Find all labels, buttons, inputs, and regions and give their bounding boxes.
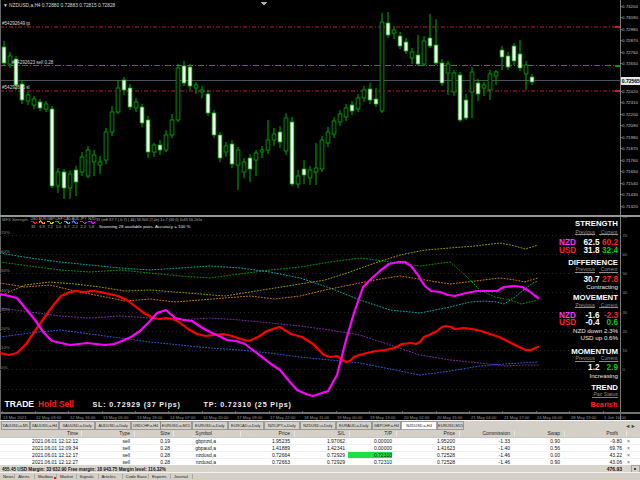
svg-text:-1.33: -1.33 [499, 438, 511, 444]
svg-text:0.72663: 0.72663 [272, 459, 290, 465]
svg-text:XAUUSD,a,H4: XAUUSD,a,H4 [32, 423, 58, 428]
svg-text:10%: 10% [1, 345, 10, 350]
svg-text:19 May 13:00: 19 May 13:00 [370, 415, 396, 420]
svg-text:Alerts: Alerts [18, 474, 29, 479]
svg-text:Time: Time [67, 430, 78, 436]
svg-text:0.71320: 0.71320 [622, 204, 638, 209]
svg-text:#54292649 tp: #54292649 tp [2, 21, 31, 26]
svg-text:455.45 USD Margin: 33 632.90: 455.45 USD Margin: 33 632.90 Free margin… [2, 467, 166, 472]
svg-text:Price: Price [279, 430, 291, 436]
svg-text:EURUSD,M15: EURUSD,M15 [438, 423, 463, 428]
svg-text:Size: Size [160, 430, 170, 436]
svg-text:14 May 20:00: 14 May 20:00 [203, 415, 229, 420]
svg-text:NZDJPY,a,Daily: NZDJPY,a,Daily [268, 423, 296, 428]
svg-text:Commission: Commission [482, 430, 510, 436]
svg-text:▼ NZDUSD,a,H4 0.72880 0.72883: ▼ NZDUSD,a,H4 0.72880 0.72883 0.72815 0.… [3, 3, 116, 8]
svg-text:TP: 0.72310 (25 Pips): TP: 0.72310 (25 Pips) [204, 400, 292, 409]
svg-text:News: News [3, 474, 14, 479]
svg-text:nzdusd,a: nzdusd,a [196, 459, 217, 465]
svg-text:◄►: ◄► [625, 423, 636, 429]
svg-text:USDCHF,a,H4: USDCHF,a,H4 [133, 423, 159, 428]
svg-text:80: 80 [623, 214, 628, 219]
svg-text:2021.06.01 12:09:34: 2021.06.01 12:09:34 [32, 445, 78, 451]
svg-text:50: 50 [623, 271, 628, 276]
svg-text:Previous: Previous [576, 302, 596, 308]
svg-text:0.72420: 0.72420 [622, 89, 638, 94]
svg-text:Previous: Previous [576, 266, 596, 272]
svg-text:Current: Current [601, 266, 618, 272]
svg-text:0.19: 0.19 [160, 438, 170, 444]
svg-text:0.71870: 0.71870 [622, 146, 638, 151]
svg-text:17 May 22:00: 17 May 22:00 [270, 415, 296, 420]
svg-text:13 May 05:00: 13 May 05:00 [103, 415, 129, 420]
svg-text:31.8: 31.8 [584, 246, 600, 255]
svg-text:2021.06.01 12:12:27: 2021.06.01 12:12:27 [32, 459, 78, 465]
svg-text:EURCAD,a,Daily: EURCAD,a,Daily [231, 423, 260, 428]
svg-text:19 May 00:00: 19 May 00:00 [337, 415, 363, 420]
svg-text:Mailbox: Mailbox [38, 474, 54, 479]
svg-text:30%: 30% [1, 307, 10, 312]
svg-text:USD: USD [559, 246, 576, 255]
svg-text:0.72310: 0.72310 [374, 452, 392, 458]
svg-text:GBPCHF,a,H4: GBPCHF,a,H4 [374, 423, 400, 428]
svg-text:Bearish: Bearish [590, 400, 618, 409]
svg-text:Type: Type [119, 430, 130, 436]
svg-text:1.97062: 1.97062 [327, 438, 345, 444]
svg-text:1.41889: 1.41889 [272, 445, 290, 451]
svg-text:40: 40 [623, 290, 628, 295]
svg-text:Increasing: Increasing [589, 372, 618, 379]
svg-text:Profit: Profit [606, 430, 618, 436]
svg-text:EURAUD,a,Daily: EURAUD,a,Daily [339, 423, 368, 428]
svg-text:-1.46: -1.46 [499, 452, 511, 458]
svg-text:2.9: 2.9 [607, 363, 619, 372]
svg-text:1.95200: 1.95200 [437, 438, 455, 444]
svg-text:12 May 16:00: 12 May 16:00 [70, 415, 96, 420]
svg-text:0.72200: 0.72200 [622, 112, 638, 117]
svg-text:30: 30 [623, 310, 628, 315]
svg-text:20 May 15:00: 20 May 15:00 [437, 415, 463, 420]
svg-text:0%: 0% [1, 365, 7, 370]
svg-text:0.28: 0.28 [160, 459, 170, 465]
svg-text:18 May 11:00: 18 May 11:00 [304, 415, 330, 420]
svg-text:40%: 40% [1, 288, 10, 293]
svg-text:AUDUSD,a,Daily: AUDUSD,a,Daily [98, 423, 127, 428]
svg-text:21 May 04:00: 21 May 04:00 [471, 415, 497, 420]
svg-text:0.72870: 0.72870 [622, 38, 638, 43]
svg-text:NZD down 2.3%: NZD down 2.3% [573, 327, 619, 334]
svg-text:1.95235: 1.95235 [272, 438, 290, 444]
svg-text:-0.4: -0.4 [585, 318, 600, 327]
svg-text:43.22: 43.22 [609, 452, 622, 458]
svg-text:0.72310: 0.72310 [622, 100, 638, 105]
svg-text:sell: sell [122, 459, 130, 465]
svg-text:0.90: 0.90 [550, 438, 560, 444]
svg-text:Journal: Journal [174, 474, 188, 479]
svg-text:0.56: 0.56 [550, 445, 560, 451]
svg-text:MFX Strength: MFX Strength [2, 217, 29, 222]
svg-text:1.2: 1.2 [588, 363, 600, 372]
svg-text:13 Mar 2021: 13 Mar 2021 [3, 415, 27, 420]
svg-text:6.9: 6.9 [39, 224, 44, 229]
svg-text:20%: 20% [1, 326, 10, 331]
svg-text:0.28: 0.28 [160, 452, 170, 458]
svg-text:-9.80: -9.80 [611, 438, 623, 444]
svg-text:24 May 06:00: 24 May 06:00 [537, 415, 563, 420]
svg-text:1.42341: 1.42341 [327, 445, 345, 451]
svg-text:USD: USD [559, 318, 576, 327]
svg-text:2.2: 2.2 [81, 224, 86, 229]
svg-text:Experts: Experts [152, 474, 167, 479]
svg-text:0.72090: 0.72090 [622, 123, 638, 128]
svg-text:2.2: 2.2 [72, 224, 77, 229]
svg-text:0.71980: 0.71980 [622, 135, 638, 140]
svg-text:Market: Market [60, 474, 74, 479]
svg-text:T/P: T/P [384, 430, 392, 436]
svg-text:12 May 03:00: 12 May 03:00 [36, 415, 62, 420]
svg-text:NZDUSD,a,H4: NZDUSD,a,H4 [406, 423, 432, 428]
svg-text:0.6: 0.6 [607, 318, 619, 327]
svg-text:5.8: 5.8 [89, 224, 94, 229]
svg-text:Signals: Signals [80, 474, 94, 479]
svg-text:0.72565: 0.72565 [622, 78, 640, 84]
svg-text:0.73200: 0.73200 [622, 4, 638, 9]
svg-text:USD up 0.6%: USD up 0.6% [581, 334, 619, 341]
svg-text:Previous: Previous [576, 355, 596, 361]
svg-text:S/L: S/L [337, 430, 345, 436]
